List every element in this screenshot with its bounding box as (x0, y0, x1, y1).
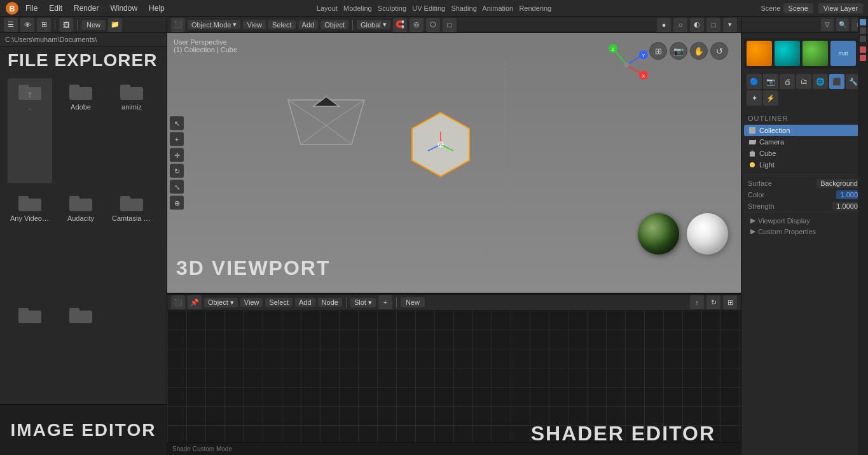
viewport-shading-material[interactable]: ○ (673, 18, 687, 32)
shader-view-menu[interactable]: View (240, 298, 263, 307)
menu-item-file[interactable]: File (20, 3, 43, 14)
transform-tool-icon[interactable]: ⊕ (170, 196, 184, 210)
camera-view-icon[interactable]: 📷 (670, 42, 687, 60)
shader-select-menu[interactable]: Select (265, 298, 293, 307)
shader-pin[interactable]: 📌 (188, 295, 202, 309)
file-item-adobe[interactable]: Adobe (59, 78, 103, 183)
shader-canvas[interactable]: SHADER EDITOR Shade Custom Mode (167, 311, 741, 455)
menu-item-edit[interactable]: Edit (44, 3, 67, 14)
move-icon[interactable]: ✋ (690, 42, 708, 60)
status-text: Shade Custom Mode (172, 445, 232, 452)
viewport-shading-solid[interactable]: ● (657, 18, 671, 32)
shader-object-type[interactable]: Object▾ (204, 298, 238, 307)
editor-type-button[interactable]: ⬛ (171, 18, 185, 32)
file-item-audacity[interactable]: Audacity (59, 190, 103, 295)
shader-add-menu[interactable]: Add (295, 298, 315, 307)
outline-camera-row[interactable]: Camera (744, 136, 865, 148)
rotate-icon[interactable]: ↺ (710, 42, 728, 60)
shader-add-slot[interactable]: + (378, 295, 392, 309)
strip-item-5[interactable] (860, 55, 866, 61)
xray-button[interactable]: □ (443, 18, 457, 32)
object-menu[interactable]: Object (320, 20, 348, 29)
shader-editor-type[interactable]: ⬛ (171, 295, 185, 309)
view-layer-prop-icon[interactable]: 🗂 (796, 74, 811, 89)
navigation-gizmo[interactable]: Y X Z (601, 39, 652, 90)
viewlayer-button[interactable]: View Layer (818, 3, 863, 13)
grid-view-icon[interactable]: ⊞ (649, 42, 667, 60)
material-thumb-selected[interactable]: mat (830, 41, 856, 66)
anyvideo-folder-icon (17, 192, 43, 213)
shader-sep1 (346, 297, 347, 307)
search-icon[interactable]: 🔍 (836, 18, 849, 31)
menu-item-window[interactable]: Window (105, 3, 142, 14)
browse-icon-button[interactable]: 📁 (108, 18, 122, 32)
outline-light-row[interactable]: Light (744, 159, 865, 171)
add-menu[interactable]: Add (298, 20, 319, 29)
strip-item-1[interactable] (860, 19, 866, 25)
panel-type-button[interactable]: ☰ (4, 18, 18, 32)
file-item-extra1[interactable] (8, 302, 52, 399)
scale-tool-icon[interactable]: ⤡ (170, 180, 184, 194)
output-prop-icon[interactable]: 🖨 (780, 74, 795, 89)
image-icon-button[interactable]: 🖼 (59, 18, 73, 32)
image-editor-label: IMAGE EDITOR (11, 420, 156, 440)
strip-item-4[interactable] (860, 46, 866, 53)
mode-dropdown[interactable]: Object Mode ▾ (188, 20, 240, 29)
shader-slot-dropdown[interactable]: Slot▾ (350, 298, 376, 307)
snap-button[interactable]: 🧲 (393, 18, 407, 32)
world-prop-icon[interactable]: 🌐 (813, 74, 828, 89)
strip-item-3[interactable] (860, 36, 866, 42)
render-prop-icon[interactable]: 📷 (763, 74, 778, 89)
top-right-controls: Scene Scene View Layer (761, 3, 863, 13)
cursor-tool-icon[interactable]: + (170, 132, 184, 146)
editor-menu-button[interactable]: ▾ (723, 18, 737, 32)
file-item-camtasia[interactable]: Camtasia Stu... (109, 190, 154, 295)
menu-item-help[interactable]: Help (144, 3, 170, 14)
outline-collection-row[interactable]: Collection (744, 125, 865, 136)
shader-sep2 (396, 297, 397, 307)
rotate-tool-icon[interactable]: ↻ (170, 164, 184, 178)
svg-rect-10 (18, 196, 29, 200)
file-item-extra2[interactable] (59, 302, 103, 399)
svg-rect-5 (69, 87, 92, 100)
material-thumb-3[interactable] (803, 41, 828, 66)
display-mode-button[interactable]: ⊞ (37, 18, 51, 32)
file-item-anyvideo[interactable]: Any Video Co... (8, 190, 52, 295)
shader-nav2[interactable]: ⊞ (723, 295, 737, 309)
object-prop-icon[interactable]: ⬛ (829, 74, 844, 89)
right-panel: ▽ 🔍 ↕ mat 🔵 📷 🖨 🗂 🌐 ⬛ 🔧 ✦ ⚡ (741, 17, 868, 455)
move-tool-icon[interactable]: ✛ (170, 148, 184, 162)
svg-rect-13 (120, 199, 143, 211)
viewport-body[interactable]: User Perspective (1) Collection | Cube 3… (167, 33, 741, 293)
overlay-button[interactable]: ⬡ (426, 18, 440, 32)
outline-cube-row[interactable]: Cube (744, 148, 865, 159)
svg-rect-3 (18, 85, 29, 88)
view-menu[interactable]: View (243, 20, 266, 29)
physics-prop-icon[interactable]: ⚡ (763, 90, 778, 106)
viewport-shading-wireframe[interactable]: □ (706, 18, 720, 32)
transform-orientation[interactable]: Global▾ (357, 20, 390, 29)
shader-node-menu[interactable]: Node (318, 298, 342, 307)
particle-prop-icon[interactable]: ✦ (747, 90, 762, 106)
file-item-animiz[interactable]: animiz (109, 78, 154, 183)
scene-prop-icon[interactable]: 🔵 (747, 74, 762, 89)
file-item-parent[interactable]: ↑ .. (8, 78, 52, 183)
scene-button[interactable]: Scene (783, 3, 813, 13)
surface-value[interactable]: Background (816, 179, 862, 188)
menu-item-render[interactable]: Render (69, 3, 104, 14)
camera-icon (748, 137, 757, 146)
material-thumb-2[interactable] (775, 41, 800, 66)
shader-new-button[interactable]: New (401, 297, 425, 307)
shader-pin2[interactable]: ↑ (690, 295, 704, 309)
material-thumb-1[interactable] (747, 41, 772, 66)
filter-icon[interactable]: ▽ (821, 18, 834, 31)
new-image-button[interactable]: New (81, 20, 106, 30)
proportional-edit[interactable]: ◎ (410, 18, 424, 32)
viewport-shading-rendered[interactable]: ◐ (690, 18, 704, 32)
animiz-label: animiz (112, 103, 151, 111)
select-tool-icon[interactable]: ↖ (170, 116, 184, 130)
view-icon-button[interactable]: 👁 (20, 18, 34, 32)
strip-item-2[interactable] (860, 27, 866, 34)
select-menu[interactable]: Select (268, 20, 296, 29)
shader-nav1[interactable]: ↻ (706, 295, 720, 309)
